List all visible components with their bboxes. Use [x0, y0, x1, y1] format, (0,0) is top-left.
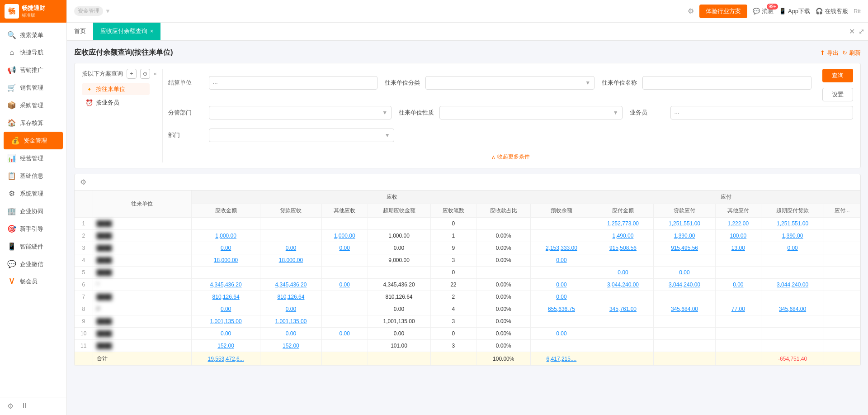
sidebar-item-system[interactable]: ⚙ 系统管理: [0, 185, 66, 202]
filter-scheme-btn[interactable]: ⊙: [140, 69, 150, 79]
cell-ar-amount[interactable]: 0.00: [192, 328, 260, 340]
header-msg[interactable]: 💬 消息 99+: [753, 7, 774, 15]
sidebar-item-enterprise[interactable]: 🏢 企业协同: [0, 202, 66, 220]
cell-ar-amount[interactable]: 152.00: [192, 340, 260, 352]
cell-other-ar[interactable]: 0.00: [321, 242, 368, 254]
cell-other-ap[interactable]: 13.00: [715, 242, 761, 254]
cell-ap-amount[interactable]: 0.00: [592, 267, 654, 279]
sidebar-item-sales[interactable]: 🛒 销售管理: [0, 79, 66, 96]
cell-ap-amount[interactable]: 345,761.00: [592, 303, 654, 315]
filter-add-btn[interactable]: +: [127, 69, 137, 79]
cell-ap-amount[interactable]: 3,044,240.00: [592, 279, 654, 291]
cell-ar-amount[interactable]: 1,000.00: [192, 230, 260, 242]
header-gear-icon[interactable]: ⚙: [688, 7, 694, 15]
cell-overdue-ap[interactable]: 1,390.00: [761, 230, 824, 242]
table-scroll[interactable]: 往来单位 应收 应付 应收金额 贷款应收 其他应收 超期应收金额 应收笔数 应收…: [75, 191, 860, 366]
filter-nav-partner[interactable]: 🔸 按往来单位: [82, 83, 150, 95]
tab-expand-btn[interactable]: ⤢: [859, 27, 864, 36]
cell-prepaid[interactable]: 0.00: [531, 328, 592, 340]
cell-loan-ar[interactable]: 4,345,436.20: [260, 279, 321, 291]
cell-loan-ap[interactable]: 1,390.00: [654, 230, 715, 242]
cell-overdue-ap[interactable]: 3,044,240.00: [761, 279, 824, 291]
filter-partner-cat-input[interactable]: ▼: [425, 76, 594, 90]
cell-ap-amount[interactable]: 1,252,773.00: [592, 218, 654, 230]
filter-partner-name-input[interactable]: [642, 76, 811, 90]
tab-close-btn[interactable]: ✕: [849, 27, 855, 36]
sidebar-item-member[interactable]: V 畅会员: [0, 273, 66, 290]
cell-overdue-ap: [761, 254, 824, 267]
cell-ar-amount[interactable]: 4,345,436.20: [192, 279, 260, 291]
table-settings-icon[interactable]: ⚙: [80, 178, 86, 186]
cell-ar-amount[interactable]: 1,001,135.00: [192, 315, 260, 328]
sidebar-item-hardware[interactable]: 📱 智能硬件: [0, 238, 66, 255]
cell-loan-ap[interactable]: 0.00: [654, 267, 715, 279]
query-btn[interactable]: 查询: [822, 69, 853, 82]
cell-other-ar[interactable]: 0.00: [321, 279, 368, 291]
filter-partner-nature-input[interactable]: ▼: [439, 106, 622, 119]
cell-loan-ar[interactable]: 810,126.64: [260, 291, 321, 303]
cell-prepaid[interactable]: 0.00: [531, 254, 592, 267]
filter-salesman-input[interactable]: ···: [670, 106, 853, 119]
total-ar-amount[interactable]: 19,553,472,6...: [192, 352, 260, 366]
cell-other-ap[interactable]: 0.00: [715, 279, 761, 291]
tab-home[interactable]: 首页: [67, 23, 93, 40]
cell-prepaid[interactable]: 0.00: [531, 291, 592, 303]
sidebar-item-quick[interactable]: ⌂ 快捷导航: [0, 44, 66, 61]
cell-ar-amount[interactable]: 0.00: [192, 303, 260, 315]
cell-loan-ar[interactable]: 1,001,135.00: [260, 315, 321, 328]
cell-prepaid[interactable]: 655,636.75: [531, 303, 592, 315]
cell-loan-ar[interactable]: 18,000.00: [260, 254, 321, 267]
cell-loan-ap[interactable]: 3,044,240.00: [654, 279, 715, 291]
sidebar-item-purchase[interactable]: 📦 采购管理: [0, 96, 66, 114]
sidebar-item-search[interactable]: 🔍 搜索菜单: [0, 26, 66, 44]
sidebar-item-funds[interactable]: 💰 资金管理: [4, 132, 63, 149]
cell-loan-ap[interactable]: 345,684.00: [654, 303, 715, 315]
industry-btn[interactable]: 体验行业方案: [699, 5, 747, 18]
cell-other-ar[interactable]: 1,000.00: [321, 230, 368, 242]
sidebar-item-wechat[interactable]: 💬 企业微信: [0, 255, 66, 273]
sidebar-item-operations[interactable]: 📊 经营管理: [0, 149, 66, 167]
total-prepaid[interactable]: 6,417,215....: [531, 352, 592, 366]
cell-loan-ar[interactable]: 152.00: [260, 340, 321, 352]
header-service[interactable]: 🎧 在线客服: [816, 7, 848, 15]
cell-loan-ap[interactable]: 915,495.56: [654, 242, 715, 254]
cell-other-ap[interactable]: 77.00: [715, 303, 761, 315]
tab-ar-ap-close[interactable]: ×: [150, 28, 153, 34]
cell-loan-ar[interactable]: 0.00: [260, 303, 321, 315]
sidebar-item-basic[interactable]: 📋 基础信息: [0, 167, 66, 185]
cell-ap-amount[interactable]: 1,490.00: [592, 230, 654, 242]
filter-dept-input[interactable]: ▼: [209, 129, 394, 142]
collapse-more-btn[interactable]: ∧ 收起更多条件: [168, 151, 853, 162]
filter-nav-salesman[interactable]: ⏰ 按业务员: [82, 97, 150, 109]
filter-settlement-input[interactable]: ···: [209, 76, 378, 90]
cell-loan-ar[interactable]: 0.00: [260, 328, 321, 340]
cell-loan-ar[interactable]: 0.00: [260, 242, 321, 254]
cell-other-ap[interactable]: 1,222.00: [715, 218, 761, 230]
sidebar-item-inventory[interactable]: 🏠 库存核算: [0, 114, 66, 132]
cell-ap-amount[interactable]: 915,508.56: [592, 242, 654, 254]
cell-ar-amount[interactable]: 18,000.00: [192, 254, 260, 267]
tab-ar-ap[interactable]: 应收应付余额查询 ×: [93, 23, 160, 40]
cell-other-ar[interactable]: 0.00: [321, 328, 368, 340]
cell-ar-amount[interactable]: 810,126.64: [192, 291, 260, 303]
refresh-btn[interactable]: ↻ 刷新: [842, 49, 861, 57]
export-btn[interactable]: ⬆ 导出: [820, 49, 839, 57]
cell-prepaid[interactable]: 2,153,333.00: [531, 242, 592, 254]
sidebar-collapse-btn[interactable]: ⏸: [21, 402, 28, 410]
cell-ar-amount[interactable]: 0.00: [192, 242, 260, 254]
cell-overdue-ap[interactable]: 1,251,551.00: [761, 218, 824, 230]
cell-loan-ap[interactable]: 1,251,551.00: [654, 218, 715, 230]
filter-dept-manager-input[interactable]: ▼: [209, 106, 392, 119]
sidebar-item-guide[interactable]: 🎯 新手引导: [0, 220, 66, 238]
cell-overdue-ap[interactable]: 345,684.00: [761, 303, 824, 315]
sidebar-item-marketing[interactable]: 📢 营销推广: [0, 61, 66, 79]
sidebar-settings-btn[interactable]: ⚙: [7, 402, 14, 410]
cell-prepaid[interactable]: 0.00: [531, 279, 592, 291]
cell-overdue-ap: [761, 267, 824, 279]
filter-collapse-left-btn[interactable]: «: [154, 71, 157, 77]
col-overdue-ap: 超期应付货款: [761, 204, 824, 218]
setting-btn[interactable]: 设置: [822, 88, 853, 101]
cell-other-ap[interactable]: 100.00: [715, 230, 761, 242]
header-app[interactable]: 📱 App下载: [779, 7, 810, 15]
cell-overdue-ap[interactable]: 0.00: [761, 242, 824, 254]
